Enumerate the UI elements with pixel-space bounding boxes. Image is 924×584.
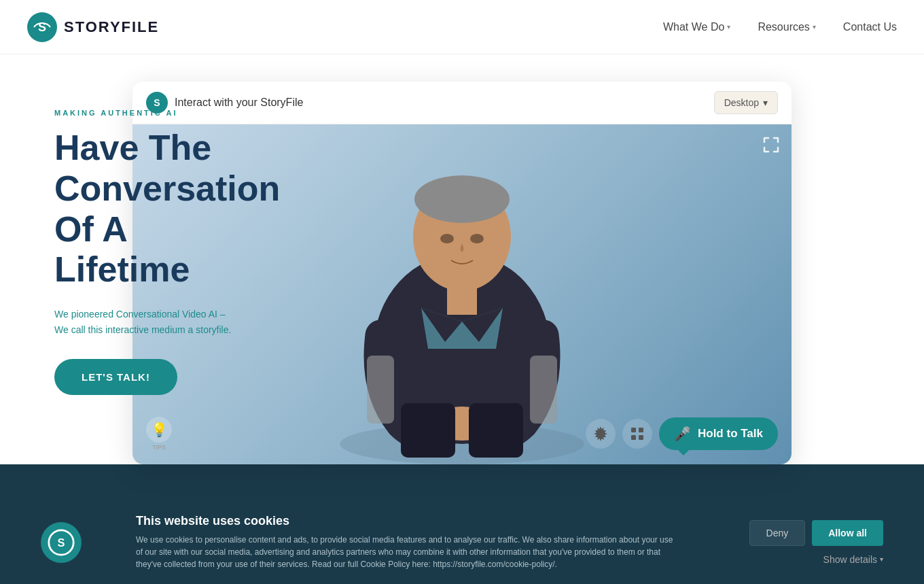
widget-controls: 💡 TIPS — [132, 417, 792, 451]
chevron-down-icon: ▾ — [727, 23, 730, 31]
logo[interactable]: S STORYFILE — [27, 12, 159, 42]
control-right: 🎤 Hold to Talk — [586, 417, 778, 450]
cookie-actions: Deny Allow all Show details ▾ — [749, 520, 883, 565]
cookie-buttons: Deny Allow all — [749, 520, 883, 546]
lightbulb-circle: 💡 — [146, 417, 172, 443]
hero-subtitle: We pioneered Conversational Video AI – W… — [54, 307, 258, 337]
nav-item-what-we-do[interactable]: What We Do ▾ — [663, 21, 730, 33]
svg-point-9 — [470, 234, 484, 243]
chevron-down-icon: ▾ — [880, 555, 883, 563]
svg-rect-14 — [367, 356, 394, 424]
navbar: S STORYFILE What We Do ▾ Resources ▾ Con… — [0, 0, 924, 54]
cookie-body-text: We use cookies to personalise content an… — [136, 534, 679, 570]
person-figure — [313, 131, 611, 464]
logo-text: STORYFILE — [64, 18, 159, 36]
microphone-icon: 🎤 — [674, 426, 691, 442]
allow-all-button[interactable]: Allow all — [812, 520, 883, 546]
hero-title: Have The Conversation Of A Lifetime — [54, 128, 258, 290]
chevron-down-icon: ▾ — [763, 97, 768, 108]
hero-text-block: MAKING AUTHENTIC AI Have The Conversatio… — [54, 109, 258, 395]
eyebrow-text: MAKING AUTHENTIC AI — [54, 109, 258, 117]
cookie-banner: S This website uses cookies We use cooki… — [0, 500, 924, 584]
svg-rect-15 — [530, 356, 557, 424]
cookie-title: This website uses cookies — [136, 514, 722, 528]
lightbulb-button[interactable]: 💡 TIPS — [146, 417, 172, 451]
svg-rect-17 — [631, 428, 636, 432]
svg-rect-20 — [639, 435, 643, 440]
cookie-content: This website uses cookies We use cookies… — [136, 514, 722, 570]
svg-point-8 — [440, 234, 454, 243]
chevron-down-icon: ▾ — [813, 23, 816, 31]
nav-item-contact-us[interactable]: Contact Us — [843, 21, 897, 33]
storyfile-logo-icon: S — [27, 12, 57, 42]
svg-text:S: S — [58, 536, 65, 549]
svg-text:S: S — [154, 97, 160, 108]
nav-item-resources[interactable]: Resources ▾ — [758, 21, 815, 33]
nav-links: What We Do ▾ Resources ▾ Contact Us — [663, 21, 897, 33]
deny-button[interactable]: Deny — [749, 520, 806, 546]
lets-talk-button[interactable]: LET'S TALK! — [54, 359, 177, 395]
show-details-button[interactable]: Show details ▾ — [823, 554, 883, 565]
hero-section: MAKING AUTHENTIC AI Have The Conversatio… — [0, 54, 924, 464]
expand-icon[interactable] — [762, 135, 781, 158]
svg-point-7 — [414, 175, 510, 223]
desktop-button[interactable]: Desktop ▾ — [714, 91, 778, 114]
widget-title: Interact with your StoryFile — [175, 97, 303, 109]
grid-button[interactable] — [622, 419, 652, 449]
control-left: 💡 TIPS — [146, 417, 172, 451]
gear-button[interactable] — [586, 419, 616, 449]
svg-rect-10 — [447, 288, 477, 315]
svg-rect-19 — [631, 435, 636, 440]
lightbulb-label: TIPS — [152, 444, 166, 451]
hold-to-talk-button[interactable]: 🎤 Hold to Talk — [659, 417, 778, 450]
svg-rect-18 — [639, 428, 643, 432]
cookie-logo: S — [41, 522, 82, 563]
